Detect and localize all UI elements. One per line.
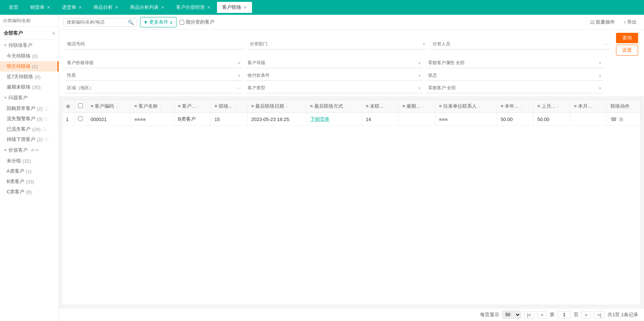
filter-retail-attr[interactable]: 零散客户属性 全部 ∨ bbox=[426, 58, 603, 68]
col-overdue[interactable]: ≡ 逾期... ↕ bbox=[399, 100, 435, 113]
cell-company-contact: ■■■ bbox=[435, 113, 497, 126]
nav-item-sales[interactable]: 销货单 ✕ bbox=[25, 2, 55, 13]
cell-check[interactable] bbox=[74, 113, 87, 126]
filter-person-label: 分管人员 bbox=[433, 41, 603, 47]
more-conditions-btn[interactable]: ▼ 更多条件 ∧ bbox=[140, 17, 176, 27]
cell-customer-name: ■■■■ bbox=[130, 113, 174, 126]
next-page-btn[interactable]: > bbox=[581, 311, 591, 319]
per-page-select[interactable]: 50 100 bbox=[502, 311, 521, 319]
col-last-month[interactable]: ≡ 上月... ↕ bbox=[533, 100, 570, 113]
sidebar-item-overdue[interactable]: 逾期未联络(30) bbox=[0, 82, 59, 92]
col-contact[interactable]: ≡ 联络... ↕ bbox=[211, 100, 247, 113]
sidebar-item-class-a[interactable]: A类客户(1) bbox=[0, 166, 59, 176]
nav-item-product-list[interactable]: 商品分析列表 ✕ bbox=[125, 2, 169, 13]
contact-method-link[interactable]: 下销货单 bbox=[310, 116, 329, 122]
col-company-contact[interactable]: ≡ 往来单位联系人 ↕ bbox=[435, 100, 497, 113]
filter-status[interactable]: 状态 ∨ bbox=[426, 70, 603, 81]
filter-price-level-label: 客户价格等级 bbox=[67, 60, 236, 66]
col-customer-type[interactable]: ≡ 客户... ↕ bbox=[174, 100, 210, 113]
nav-item-home[interactable]: 首页 bbox=[4, 2, 24, 13]
col-this-year[interactable]: ≡ 本年... ↕ bbox=[497, 100, 533, 113]
filter-price-level[interactable]: 客户价格等级 ∨ bbox=[65, 58, 242, 68]
search-input-wrap: 🔍 bbox=[63, 18, 137, 27]
col-this-month[interactable]: ≡ 本月... ↕ bbox=[570, 100, 606, 113]
col-customer-name[interactable]: ≡ 客户名称 ↕ bbox=[130, 100, 174, 113]
main-search-input[interactable] bbox=[67, 20, 126, 25]
col-gear[interactable]: ⚙ bbox=[62, 100, 74, 113]
sidebar-item-class-c[interactable]: C类客户(6) bbox=[0, 187, 59, 197]
refresh-icon[interactable]: ↺ bbox=[31, 148, 34, 153]
col-last-contact-date[interactable]: ≡ 最后联络日期 ↕ bbox=[247, 100, 306, 113]
sidebar: 🔍 全部客户 « 待联络客户 今天待联络(0) 明天待联络(1) 近7天待联络(… bbox=[0, 15, 59, 321]
chevron-down-icon: ∨ bbox=[418, 86, 421, 90]
chevron-down-icon: ∨ bbox=[238, 73, 240, 77]
sidebar-group-value: 价值客户 ↺ ✏ bbox=[0, 145, 59, 156]
filter-phone-input[interactable] bbox=[86, 42, 242, 47]
nav-close-sales[interactable]: ✕ bbox=[47, 5, 50, 10]
search-icon[interactable]: 🔍 bbox=[128, 20, 134, 25]
cell-this-month bbox=[570, 113, 606, 126]
sidebar-item-ungrouped[interactable]: 未分组(32) bbox=[0, 156, 59, 166]
my-customer-checkbox-wrap[interactable]: 我分管的客户 bbox=[179, 19, 214, 25]
col-check[interactable] bbox=[74, 100, 87, 113]
advanced-filter-panel: 电话号码 分管部门 ∨ 分管人员 ··· 查询 设置 bbox=[59, 30, 644, 97]
chevron-down-icon: ∨ bbox=[423, 42, 425, 46]
last-page-btn[interactable]: >| bbox=[594, 311, 605, 319]
filter-status-label: 状态 bbox=[428, 72, 597, 79]
sidebar-item-declining[interactable]: 持续下滑客户(2) ⓘ bbox=[0, 134, 59, 145]
filter-customer-type[interactable]: 客户类型 ∨ bbox=[245, 83, 423, 93]
prev-page-btn[interactable]: < bbox=[538, 311, 547, 319]
col-not-contacted[interactable]: ≡ 未联... ↕ bbox=[362, 100, 398, 113]
ellipsis-icon[interactable]: ··· bbox=[604, 42, 608, 47]
filter-region[interactable]: 区域（地区） ··· bbox=[65, 83, 242, 93]
nav-close-product-analysis[interactable]: ✕ bbox=[115, 5, 118, 10]
set-button[interactable]: 设置 bbox=[616, 45, 638, 56]
batch-op-btn[interactable]: ☑ 批量操作 bbox=[587, 17, 618, 27]
nav-close-customer-contact[interactable]: ✕ bbox=[244, 5, 247, 10]
sidebar-item-churned[interactable]: 已流失客户(24) ⓘ bbox=[0, 124, 59, 134]
nav-item-purchase[interactable]: 进货单 ✕ bbox=[57, 2, 87, 13]
info-icon: ⓘ bbox=[44, 106, 48, 111]
sidebar-item-tomorrow[interactable]: 明天待联络(1) bbox=[0, 61, 59, 72]
nav-item-customer-contact[interactable]: 客户联络 ✕ bbox=[217, 2, 252, 13]
chevron-down-icon: ∨ bbox=[599, 61, 601, 65]
sidebar-item-class-b[interactable]: B类客户(33) bbox=[0, 176, 59, 187]
sidebar-item-churn-warning[interactable]: 流失预警客户(3) ⓘ bbox=[0, 114, 59, 124]
contact-action-icon[interactable]: ☎ bbox=[610, 116, 617, 122]
filter-payment[interactable]: 收付款条件 ∨ bbox=[245, 70, 423, 81]
filter-customer-level[interactable]: 客户等级 ∨ bbox=[245, 58, 423, 68]
first-page-btn[interactable]: |< bbox=[524, 311, 535, 319]
col-customer-code[interactable]: ≡ 客户编码 ↕ bbox=[87, 100, 130, 113]
more-action-icon[interactable]: ⊞ bbox=[619, 116, 623, 122]
filter-nature[interactable]: 性质 ∨ bbox=[65, 70, 242, 81]
page-input[interactable] bbox=[557, 311, 571, 318]
my-customer-checkbox[interactable] bbox=[179, 20, 184, 25]
col-last-contact-method[interactable]: ≡ 最后联络方式 ↕ bbox=[306, 100, 362, 113]
filter-row-1: 电话号码 分管部门 ∨ 分管人员 ··· 查询 设置 bbox=[65, 33, 638, 56]
sidebar-search-input[interactable] bbox=[3, 18, 58, 23]
nav-item-product-analysis[interactable]: 商品分析 ✕ bbox=[88, 2, 123, 13]
filter-person[interactable]: 分管人员 ··· bbox=[430, 39, 610, 49]
cell-customer-type: B类客户 bbox=[174, 113, 210, 126]
nav-close-customer-layer[interactable]: ✕ bbox=[207, 5, 210, 10]
sidebar-item-today[interactable]: 今天待联络(0) bbox=[0, 51, 59, 61]
all-customers-header[interactable]: 全部客户 « bbox=[0, 27, 59, 40]
cell-overdue bbox=[399, 113, 435, 126]
nav-item-customer-layer[interactable]: 客户分层经营 ✕ bbox=[171, 2, 216, 13]
query-button[interactable]: 查询 bbox=[616, 33, 638, 43]
ellipsis-icon[interactable]: ··· bbox=[237, 86, 240, 91]
action-buttons: ☑ 批量操作 ↑ 导出 bbox=[587, 17, 640, 27]
edit-icon[interactable]: ✏ bbox=[35, 148, 39, 153]
select-all-checkbox[interactable] bbox=[78, 103, 83, 108]
export-btn[interactable]: ↑ 导出 bbox=[621, 17, 640, 27]
row-checkbox[interactable] bbox=[78, 116, 83, 121]
nav-close-purchase[interactable]: ✕ bbox=[78, 5, 82, 10]
customer-table: ⚙ ≡ 客户编码 ↕ ≡ 客户名称 ↕ ≡ 客户... ↕ ≡ 联络... ↕ … bbox=[62, 100, 641, 126]
filter-dept[interactable]: 分管部门 ∨ bbox=[248, 39, 427, 49]
collapse-icon[interactable]: « bbox=[52, 31, 55, 36]
sidebar-item-repurchase-abnormal[interactable]: 回购异常客户(2) ⓘ bbox=[0, 103, 59, 114]
nav-close-product-list[interactable]: ✕ bbox=[161, 5, 164, 10]
content-area: 🔍 ▼ 更多条件 ∧ 我分管的客户 ☑ 批量操作 ↑ 导出 bbox=[59, 15, 644, 321]
filter-retail-customer[interactable]: 零散客户 全部 ∨ bbox=[426, 83, 603, 93]
sidebar-item-7days[interactable]: 近7天待联络(0) bbox=[0, 72, 59, 82]
